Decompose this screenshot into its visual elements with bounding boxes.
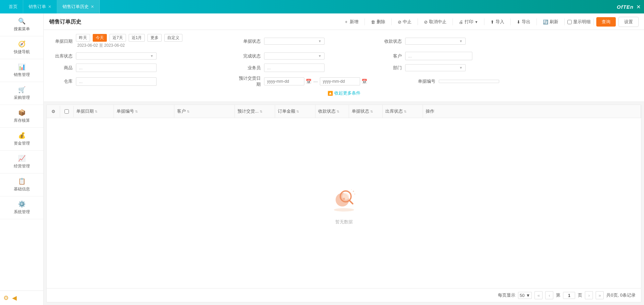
new-icon: ＋ <box>344 19 348 25</box>
sidebar-settings-icon[interactable]: ⚙ <box>3 294 9 302</box>
sidebar-item-basic-label: 基础信息 <box>14 186 30 192</box>
date-yesterday-btn[interactable]: 昨天 <box>76 34 90 42</box>
sidebar-item-operations[interactable]: 📈 经营管理 <box>0 151 43 174</box>
sidebar-collapse-icon[interactable]: ◀ <box>12 294 17 302</box>
th-amount[interactable]: 订单金额 ⇅ <box>275 105 315 118</box>
show-detail-checkbox[interactable] <box>567 20 572 24</box>
customer-input[interactable]: ... <box>405 52 472 60</box>
filter-group-docstatus: 单据状态 ▼ <box>237 38 378 45</box>
tab-sales-order-close[interactable]: ✕ <box>48 4 51 9</box>
next-page-btn[interactable]: › <box>585 291 593 299</box>
customer-ellipsis: ... <box>408 53 412 59</box>
sidebar-item-inventory[interactable]: 📦 库存核算 <box>0 105 43 128</box>
show-detail-checkbox-label[interactable]: 显示明细 <box>567 19 591 25</box>
sidebar-item-sales-label: 销售管理 <box>14 72 30 78</box>
first-page-btn[interactable]: « <box>534 291 543 299</box>
tab-sales-order-history[interactable]: 销售订单历史 ✕ <box>57 0 100 13</box>
svg-point-6 <box>354 194 355 195</box>
refresh-button[interactable]: 🔄 刷新 <box>540 17 562 26</box>
filter-group-complete: 完成状态 ▼ <box>237 52 378 60</box>
sidebar-item-system[interactable]: ⚙️ 系统管理 <box>0 196 43 219</box>
settings-button[interactable]: 设置 <box>618 17 639 27</box>
th-number[interactable]: 单据编号 ⇅ <box>114 105 174 118</box>
outbound-status-select[interactable]: ▼ <box>76 52 157 60</box>
svg-point-0 <box>334 208 354 212</box>
top-bar: 首页 销售订单 ✕ 销售订单历史 ✕ OfTEn ✕ <box>0 0 644 13</box>
refresh-icon: 🔄 <box>543 20 548 25</box>
prev-page-btn[interactable]: ‹ <box>545 291 553 299</box>
calendar-start-icon[interactable]: 📅 <box>306 79 311 84</box>
calendar-end-icon[interactable]: 📅 <box>361 79 367 84</box>
filter-area: 单据日期 昨天 今天 近7天 近1月 更多 自定义 2023-06-02 至 2… <box>44 30 644 102</box>
topbar-close-icon[interactable]: ✕ <box>636 4 641 10</box>
tab-sales-order-history-close[interactable]: ✕ <box>91 4 94 9</box>
date-more-btn[interactable]: 更多 <box>147 34 162 42</box>
doc-status-select[interactable]: ▼ <box>264 38 325 45</box>
th-payment-status[interactable]: 收款状态 ⇅ <box>315 105 349 118</box>
dept-select[interactable]: ▼ <box>405 64 466 71</box>
last-page-btn[interactable]: » <box>596 291 604 299</box>
cancel-stop-button[interactable]: ⊘ 取消中止 <box>421 17 450 26</box>
salesperson-label: 业务员 <box>237 65 264 71</box>
expected-date-start[interactable] <box>264 77 304 85</box>
divider-1 <box>364 18 365 25</box>
top-bar-right: OfTEn ✕ <box>617 4 641 10</box>
date-1month-btn[interactable]: 近1月 <box>129 34 145 42</box>
basic-icon: 📋 <box>18 178 26 185</box>
sidebar-item-search[interactable]: 🔍 搜索菜单 <box>0 13 43 36</box>
complete-status-select[interactable]: ▼ <box>264 52 325 60</box>
query-button[interactable]: 查询 <box>596 17 616 27</box>
th-doc-status-sort: ⇅ <box>370 110 373 113</box>
payment-status-select[interactable]: ▼ <box>405 38 466 45</box>
th-customer[interactable]: 客户 ⇅ <box>174 105 235 118</box>
divider-6 <box>510 18 511 25</box>
date-today-btn[interactable]: 今天 <box>93 34 107 42</box>
filter-group-goods: 商品 ... <box>49 64 237 72</box>
filter-row-4: 仓库 ... 预计交货日期 📅 — 📅 单据编号 <box>49 75 639 87</box>
import-button[interactable]: ⬆ 导入 <box>487 17 508 26</box>
expected-date-end[interactable] <box>320 77 360 85</box>
payment-status-arrow: ▼ <box>459 39 463 43</box>
stop-button[interactable]: ⊘ 中止 <box>394 17 415 26</box>
new-button[interactable]: ＋ 新增 <box>341 17 362 26</box>
export-button[interactable]: ⬇ 导出 <box>513 17 534 26</box>
page-header: 销售订单历史 ＋ 新增 🗑 删除 ⊘ 中止 ⊘ <box>44 13 644 30</box>
doc-number-input[interactable] <box>439 80 499 83</box>
collapse-more[interactable]: 🔼 收起更多条件 <box>49 89 639 98</box>
th-checkbox[interactable] <box>60 106 74 117</box>
select-all-checkbox[interactable] <box>65 109 69 114</box>
print-button[interactable]: 🖨 打印 ▼ <box>456 17 481 26</box>
warehouse-input[interactable]: ... <box>76 77 157 86</box>
tab-home[interactable]: 首页 <box>3 0 23 13</box>
last-page-icon: » <box>599 293 601 298</box>
sidebar-item-quicknav[interactable]: 🧭 快捷导航 <box>0 36 43 59</box>
goto-suffix: 页 <box>578 292 582 298</box>
page-number-input[interactable] <box>563 292 575 299</box>
date-7days-btn[interactable]: 近7天 <box>110 34 126 42</box>
export-icon: ⬇ <box>517 20 520 25</box>
th-customer-label: 客户 <box>177 108 186 114</box>
sidebar-item-finance[interactable]: 💰 资金管理 <box>0 128 43 151</box>
sidebar-item-basic[interactable]: 📋 基础信息 <box>0 174 43 196</box>
goto-prefix: 第 <box>556 292 560 298</box>
goods-input[interactable]: ... <box>76 64 157 72</box>
delete-button[interactable]: 🗑 删除 <box>368 17 389 26</box>
th-date[interactable]: 单据日期 ⇅ <box>74 105 114 118</box>
tab-sales-order[interactable]: 销售订单 ✕ <box>23 0 57 13</box>
dept-arrow: ▼ <box>459 66 463 70</box>
salesperson-input[interactable]: ... <box>264 64 325 72</box>
date-filter-label: 单据日期 <box>49 38 76 44</box>
th-delivery[interactable]: 预计交货... ⇅ <box>235 105 275 118</box>
th-settings[interactable]: ⚙ <box>47 106 60 117</box>
search-menu-icon: 🔍 <box>18 17 26 25</box>
new-label: 新增 <box>350 19 358 25</box>
divider-7 <box>536 18 537 25</box>
date-custom-btn[interactable]: 自定义 <box>164 34 182 42</box>
th-doc-status[interactable]: 单据状态 ⇅ <box>349 105 383 118</box>
warehouse-label: 仓库 <box>49 78 76 84</box>
sidebar-item-purchase[interactable]: 🛒 采购管理 <box>0 82 43 105</box>
complete-status-arrow: ▼ <box>318 54 321 58</box>
sidebar-item-sales[interactable]: 📊 销售管理 <box>0 59 43 82</box>
page-size-select[interactable]: 50 ▼ <box>518 292 532 299</box>
th-outbound[interactable]: 出库状态 ⇅ <box>383 105 423 118</box>
